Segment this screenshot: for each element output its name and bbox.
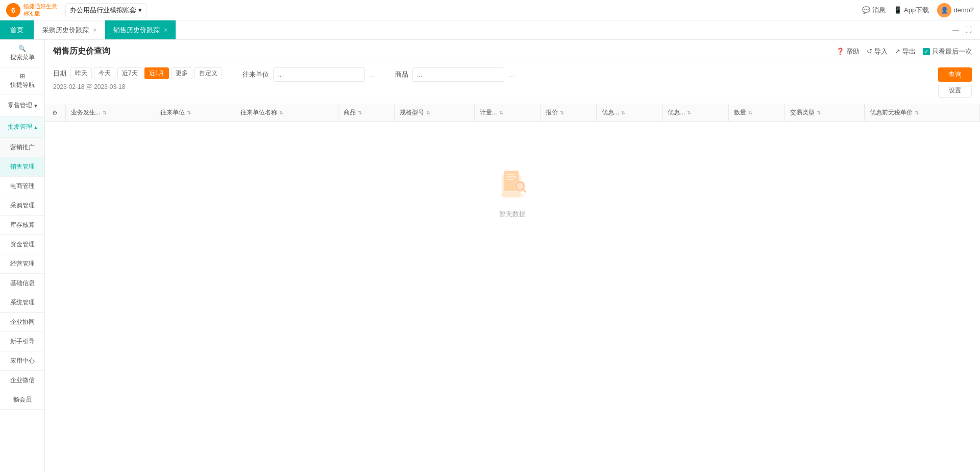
partner-filter-input[interactable] bbox=[273, 67, 365, 82]
sidebar-item-inventory-reconcile[interactable]: 库存核算 bbox=[0, 216, 44, 235]
goods-filter-label: 商品 bbox=[395, 70, 408, 79]
partner-filter-label: 往来单位 bbox=[242, 70, 269, 79]
col-unit[interactable]: 计量... ⇅ bbox=[474, 104, 540, 122]
date-btn-1month[interactable]: 近1月 bbox=[144, 67, 169, 79]
sidebar-item-marketing-promo[interactable]: 营销推广 bbox=[0, 138, 44, 157]
tab-home[interactable]: 首页 bbox=[0, 20, 34, 39]
sort-icon: ⇅ bbox=[279, 110, 283, 115]
col-discount2[interactable]: 优惠... ⇅ bbox=[663, 104, 728, 122]
content-area: 销售历史价查询 ❓ 帮助 ↺ 导入 ↗ 导出 ✓ bbox=[45, 40, 980, 472]
sort-icon: ⇅ bbox=[187, 110, 191, 115]
settings-button[interactable]: 设置 bbox=[938, 84, 972, 98]
col-quote-price[interactable]: 报价 ⇅ bbox=[540, 104, 596, 122]
tab-sales-history-label: 销售历史价跟踪 bbox=[113, 26, 160, 35]
header-right: 💬 消息 📱 App下载 👤 demo2 bbox=[862, 3, 974, 17]
chevron-up-icon: ▴ bbox=[34, 124, 37, 131]
svg-rect-4 bbox=[506, 176, 517, 177]
message-button[interactable]: 💬 消息 bbox=[862, 6, 886, 15]
user-menu[interactable]: 👤 demo2 bbox=[937, 3, 974, 17]
filter-actions: 查询 设置 bbox=[938, 67, 972, 98]
sort-icon: ⇅ bbox=[426, 110, 430, 115]
help-icon: ❓ bbox=[836, 48, 844, 55]
maximize-icon[interactable]: ⛶ bbox=[965, 26, 972, 34]
sidebar-item-purchase-mgmt[interactable]: 采购管理 bbox=[0, 196, 44, 216]
col-partner-name[interactable]: 往来单位名称 ⇅ bbox=[235, 104, 338, 122]
svg-rect-5 bbox=[506, 179, 513, 180]
sort-icon: ⇅ bbox=[748, 110, 752, 115]
logo-icon: 6 bbox=[6, 3, 20, 17]
sort-icon: ⇅ bbox=[103, 110, 107, 115]
tab-purchase-history-label: 采购历史价跟踪 bbox=[42, 26, 89, 35]
tab-sales-history-close[interactable]: × bbox=[164, 27, 167, 34]
col-pretax-price[interactable]: 优惠前无税单价 ⇅ bbox=[865, 104, 980, 122]
query-button[interactable]: 查询 bbox=[938, 67, 972, 82]
logo-text: 畅捷通好生意 标准版 bbox=[23, 3, 57, 16]
sidebar-item-finance-mgmt[interactable]: 资金管理 bbox=[0, 235, 44, 254]
col-goods[interactable]: 商品 ⇅ bbox=[338, 104, 395, 122]
date-btn-7days[interactable]: 近7天 bbox=[117, 67, 142, 79]
date-btn-custom[interactable]: 自定义 bbox=[194, 67, 222, 79]
sidebar-item-basic-info[interactable]: 基础信息 bbox=[0, 274, 44, 293]
empty-state: 暂无数据 bbox=[45, 122, 980, 259]
only-last-checkbox[interactable]: ✓ bbox=[923, 48, 930, 55]
download-icon: 📱 bbox=[894, 6, 902, 14]
sidebar-item-ecommerce-mgmt[interactable]: 电商管理 bbox=[0, 177, 44, 196]
app-download-button[interactable]: 📱 App下载 bbox=[894, 6, 929, 15]
sidebar-item-new-guide[interactable]: 新手引导 bbox=[0, 332, 44, 351]
col-settings[interactable]: ⚙ bbox=[45, 104, 65, 122]
import-button[interactable]: ↺ 导入 bbox=[867, 47, 888, 56]
sidebar-item-quick-nav[interactable]: ⊞ 快捷导航 bbox=[0, 67, 44, 95]
goods-filter-input[interactable] bbox=[412, 67, 504, 82]
sidebar-item-wholesale-mgmt[interactable]: 批发管理 ▴ bbox=[0, 116, 44, 138]
only-last-checkbox-area[interactable]: ✓ 只看最后一次 bbox=[923, 47, 972, 56]
sidebar-item-operations-mgmt[interactable]: 经营管理 bbox=[0, 254, 44, 274]
sort-icon: ⇅ bbox=[817, 110, 821, 115]
date-btn-yesterday[interactable]: 昨天 bbox=[70, 67, 92, 79]
export-button[interactable]: ↗ 导出 bbox=[895, 47, 916, 56]
sidebar-item-sales-mgmt[interactable]: 销售管理 bbox=[0, 157, 44, 177]
goods-filter-group: 商品 ... bbox=[395, 67, 514, 82]
date-btn-today[interactable]: 今天 bbox=[94, 67, 115, 79]
sidebar: 🔍 搜索菜单 ⊞ 快捷导航 零售管理 ▾ 批发管理 ▴ 营销推广 销售管理 电商… bbox=[0, 40, 45, 472]
minimize-icon[interactable]: — bbox=[952, 26, 959, 34]
sidebar-item-retail-mgmt[interactable]: 零售管理 ▾ bbox=[0, 95, 44, 116]
svg-rect-3 bbox=[506, 174, 514, 175]
search-icon: 🔍 bbox=[18, 45, 26, 52]
date-btn-more[interactable]: 更多 bbox=[171, 67, 192, 79]
header-left: 6 畅捷通好生意 标准版 办公用品行业模拟账套 ▾ bbox=[6, 3, 146, 17]
col-spec[interactable]: 规格型号 ⇅ bbox=[395, 104, 474, 122]
sidebar-item-enterprise-wechat[interactable]: 企业微信 bbox=[0, 371, 44, 390]
avatar: 👤 bbox=[937, 3, 951, 17]
grid-icon: ⊞ bbox=[20, 73, 25, 80]
col-quantity[interactable]: 数量 ⇅ bbox=[728, 104, 785, 122]
sort-icon: ⇅ bbox=[687, 110, 691, 115]
sidebar-item-system-mgmt[interactable]: 系统管理 bbox=[0, 293, 44, 313]
sidebar-item-app-center[interactable]: 应用中心 bbox=[0, 351, 44, 371]
empty-text: 暂无数据 bbox=[499, 209, 526, 219]
data-table: ⚙ 业务发生... ⇅ 往来单位 ⇅ bbox=[45, 104, 980, 122]
tab-sales-history[interactable]: 销售历史价跟踪 × bbox=[105, 20, 176, 39]
window-controls: — ⛶ bbox=[944, 20, 980, 39]
message-icon: 💬 bbox=[862, 6, 870, 14]
tab-purchase-history-close[interactable]: × bbox=[93, 27, 96, 34]
tab-bar: 首页 采购历史价跟踪 × 销售历史价跟踪 × — ⛶ bbox=[0, 20, 980, 40]
col-discount1[interactable]: 优惠... ⇅ bbox=[596, 104, 662, 122]
tab-purchase-history[interactable]: 采购历史价跟踪 × bbox=[34, 20, 105, 39]
sidebar-item-enterprise-collab[interactable]: 企业协同 bbox=[0, 313, 44, 332]
partner-filter-dots[interactable]: ... bbox=[369, 71, 375, 79]
help-button[interactable]: ❓ 帮助 bbox=[836, 47, 860, 56]
sort-icon: ⇅ bbox=[915, 110, 919, 115]
sidebar-item-vip-member[interactable]: 畅会员 bbox=[0, 390, 44, 410]
col-trade-type[interactable]: 交易类型 ⇅ bbox=[785, 104, 864, 122]
sidebar-item-search-menu[interactable]: 🔍 搜索菜单 bbox=[0, 40, 44, 67]
col-biz-date[interactable]: 业务发生... ⇅ bbox=[65, 104, 155, 122]
tab-home-label: 首页 bbox=[10, 26, 23, 35]
table-header-row: ⚙ 业务发生... ⇅ 往来单位 ⇅ bbox=[45, 104, 980, 122]
app-selector[interactable]: 办公用品行业模拟账套 ▾ bbox=[65, 3, 146, 17]
col-partner-code[interactable]: 往来单位 ⇅ bbox=[155, 104, 235, 122]
filter-area: 日期 昨天 今天 近7天 近1月 更多 自定义 2023-02-18 至 202… bbox=[45, 61, 980, 104]
goods-filter-dots[interactable]: ... bbox=[508, 71, 514, 79]
date-options: 昨天 今天 近7天 近1月 更多 自定义 bbox=[70, 67, 222, 79]
logo-area: 6 畅捷通好生意 标准版 bbox=[6, 3, 57, 17]
partner-filter-group: 往来单位 ... bbox=[242, 67, 375, 82]
